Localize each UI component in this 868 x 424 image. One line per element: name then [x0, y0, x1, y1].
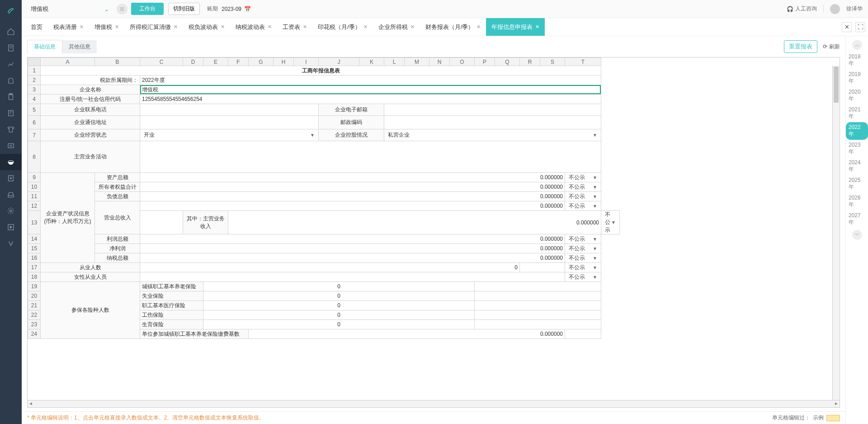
year-2020年[interactable]: 2020年	[846, 87, 868, 105]
col-B[interactable]: B	[95, 58, 140, 66]
year-2022年[interactable]: 2022年	[846, 122, 868, 140]
col-I[interactable]: I	[294, 58, 319, 66]
dropdown[interactable]: 不公示▼	[603, 211, 618, 234]
col-L[interactable]: L	[384, 58, 405, 66]
company-name-cell[interactable]: 增值税	[140, 85, 601, 95]
nav-shirt-icon[interactable]	[0, 121, 22, 138]
row-1[interactable]: 1	[28, 66, 41, 76]
col-H[interactable]: H	[274, 58, 294, 66]
vertical-scrollbar[interactable]	[832, 66, 840, 400]
close-icon[interactable]: ✕	[115, 24, 119, 30]
row-6[interactable]: 6	[28, 116, 41, 129]
close-icon[interactable]: ✕	[303, 24, 307, 30]
col-M[interactable]: M	[405, 58, 429, 66]
col-D[interactable]: D	[183, 58, 203, 66]
subtab-basic[interactable]: 基础信息	[27, 40, 62, 53]
company-selector[interactable]: 增值税 ⌄	[27, 5, 113, 13]
row-4[interactable]: 4	[28, 95, 41, 104]
year-2025年[interactable]: 2025年	[846, 175, 868, 193]
row-10[interactable]: 10	[28, 182, 41, 192]
reset-report-button[interactable]: 重置报表	[784, 40, 817, 53]
col-T[interactable]: T	[565, 58, 601, 66]
year-2018年[interactable]: 2018年	[846, 52, 868, 69]
close-icon[interactable]: ✕	[174, 24, 178, 30]
nav-doc-icon[interactable]	[0, 40, 22, 56]
row-18[interactable]: 18	[28, 272, 41, 282]
col-O[interactable]: O	[450, 58, 475, 66]
col-A[interactable]: A	[41, 58, 95, 66]
col-N[interactable]: N	[429, 58, 450, 66]
nav-money-icon[interactable]	[0, 138, 22, 154]
row-12[interactable]: 12	[28, 201, 41, 211]
col-K[interactable]: K	[359, 58, 384, 66]
nav-book-icon[interactable]	[0, 105, 22, 121]
consult-link[interactable]: 🎧人工咨询	[787, 5, 817, 13]
nav-bowl-icon[interactable]	[0, 154, 22, 170]
nav-chart-icon[interactable]	[0, 56, 22, 72]
row-2[interactable]: 2	[28, 76, 41, 85]
close-icon[interactable]: ✕	[535, 24, 539, 30]
dropdown[interactable]: 不公示▼	[567, 273, 599, 281]
nav-clipboard-icon[interactable]	[0, 89, 22, 105]
row-20[interactable]: 20	[28, 291, 41, 301]
col-F[interactable]: F	[228, 58, 249, 66]
year-2027年[interactable]: 2027年	[846, 210, 868, 228]
nav-inbox-icon[interactable]	[0, 186, 22, 203]
tab-增值税[interactable]: 增值税✕	[89, 18, 124, 36]
tab-税表清册[interactable]: 税表清册✕	[48, 18, 89, 36]
year-2023年[interactable]: 2023年	[846, 140, 868, 157]
col-J[interactable]: J	[319, 58, 359, 66]
row-5[interactable]: 5	[28, 104, 41, 116]
year-2024年[interactable]: 2024年	[846, 157, 868, 175]
switch-old-button[interactable]: 切到旧版	[168, 3, 200, 15]
dropdown[interactable]: 不公示▼	[567, 193, 599, 200]
col-R[interactable]: R	[520, 58, 540, 66]
col-G[interactable]: G	[249, 58, 274, 66]
row-22[interactable]: 22	[28, 310, 41, 320]
year-2019年[interactable]: 2019年	[846, 69, 868, 87]
nav-v-icon[interactable]	[0, 235, 22, 252]
tab-纳税波动表[interactable]: 纳税波动表✕	[230, 18, 277, 36]
close-icon[interactable]: ✕	[363, 24, 368, 30]
fullscreen-icon[interactable]: ⛶	[855, 22, 865, 32]
row-16[interactable]: 16	[28, 253, 41, 263]
col-E[interactable]: E	[203, 58, 228, 66]
row-9[interactable]: 9	[28, 173, 41, 182]
tab-工资表[interactable]: 工资表✕	[277, 18, 312, 36]
close-icon[interactable]: ✕	[476, 24, 481, 30]
period-picker[interactable]: 2023-09 📅	[222, 6, 251, 12]
row-14[interactable]: 14	[28, 234, 41, 244]
close-icon[interactable]: ✕	[80, 24, 84, 30]
refresh-button[interactable]: ⟳刷新	[823, 43, 840, 51]
row-11[interactable]: 11	[28, 192, 41, 201]
nav-bag-icon[interactable]	[0, 72, 22, 89]
col-Q[interactable]: Q	[495, 58, 520, 66]
close-icon[interactable]: ✕	[221, 24, 225, 30]
dropdown[interactable]: 不公示▼	[567, 174, 599, 181]
col-P[interactable]: P	[475, 58, 495, 66]
row-8[interactable]: 8	[28, 141, 41, 173]
workspace-button[interactable]: 工作台	[131, 3, 164, 15]
row-13[interactable]: 13	[28, 211, 41, 234]
col-S[interactable]: S	[540, 58, 565, 66]
dropdown[interactable]: 不公示▼	[567, 202, 599, 210]
row-15[interactable]: 15	[28, 244, 41, 253]
close-icon[interactable]: ✕	[410, 24, 415, 30]
list-toggle-icon[interactable]	[117, 4, 127, 14]
tab-财务报表（月/季）[interactable]: 财务报表（月/季）✕	[420, 18, 486, 36]
row-19[interactable]: 19	[28, 282, 41, 291]
tab-企业所得税[interactable]: 企业所得税✕	[373, 18, 420, 36]
year-2026年[interactable]: 2026年	[846, 193, 868, 210]
horizontal-scrollbar[interactable]	[28, 400, 840, 407]
dropdown[interactable]: 不公示▼	[567, 183, 599, 191]
nav-home-icon[interactable]	[0, 24, 22, 40]
nav-play-icon[interactable]	[0, 219, 22, 235]
avatar[interactable]	[830, 4, 840, 14]
select-all-cell[interactable]	[28, 58, 41, 66]
tab-印花税（月/季）[interactable]: 印花税（月/季）✕	[312, 18, 373, 36]
row-3[interactable]: 3	[28, 85, 41, 95]
dropdown[interactable]: 不公示▼	[567, 264, 599, 272]
year-up-icon[interactable]: ︿	[852, 40, 862, 50]
row-17[interactable]: 17	[28, 263, 41, 272]
dropdown[interactable]: 开业▼	[142, 131, 316, 139]
